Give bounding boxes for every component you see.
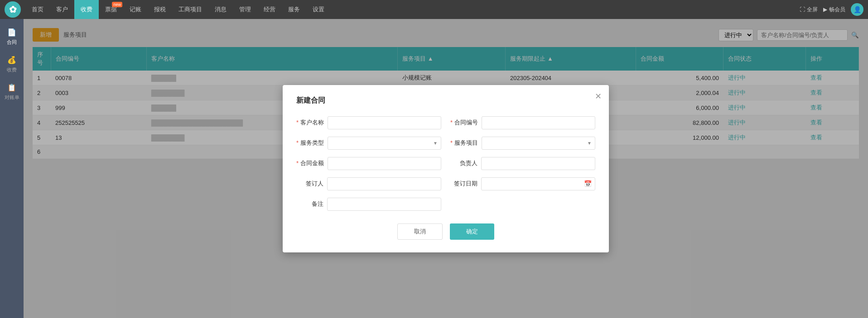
nav-items: 首页 客户 收费 票据 new 记账 报税 工商项目 消息 管理 经营 服务 设… xyxy=(25,0,800,19)
contract-no-input[interactable] xyxy=(482,116,595,129)
vip-button[interactable]: ▶ 畅会员 xyxy=(823,6,845,14)
avatar[interactable]: 👤 xyxy=(851,3,863,16)
main-layout: 📄 合同 💰 收费 📋 对账单 新增 服务项目 进行中 已完成 已终止 xyxy=(0,19,868,318)
nav-customer[interactable]: 客户 xyxy=(50,0,74,19)
nav-service[interactable]: 服务 xyxy=(282,0,306,19)
nav-management[interactable]: 管理 xyxy=(233,0,257,19)
form-group-contract-no: 合同编号 xyxy=(450,116,595,129)
modal-overlay: 新建合同 ✕ 客户名称 合同编号 服务类型 xyxy=(24,19,868,318)
form-group-service-item: 服务项目 xyxy=(450,137,595,150)
confirm-button[interactable]: 确定 xyxy=(450,223,494,240)
form-row-2: 服务类型 服务项目 xyxy=(296,137,595,150)
service-item-wrapper xyxy=(482,137,595,150)
new-badge: new xyxy=(112,2,122,7)
signer-label: 签订人 xyxy=(296,180,323,188)
form-group-customer: 客户名称 xyxy=(296,116,441,129)
new-contract-modal: 新建合同 ✕ 客户名称 合同编号 服务类型 xyxy=(283,85,609,252)
form-group-notes: 备注 xyxy=(296,198,441,211)
sign-date-wrapper: 2023-06-06 📅 xyxy=(481,177,595,190)
notes-input[interactable] xyxy=(327,198,441,211)
billing-icon: 💰 xyxy=(7,55,17,65)
service-type-wrapper xyxy=(328,137,441,150)
form-row-3: 合同金额 0.00 负责人 xyxy=(296,157,595,170)
form-group-amount: 合同金额 0.00 xyxy=(296,157,441,170)
service-item-select[interactable] xyxy=(482,137,595,150)
vip-icon: ▶ xyxy=(823,6,827,13)
nav-home[interactable]: 首页 xyxy=(25,0,50,19)
modal-close-button[interactable]: ✕ xyxy=(595,91,602,101)
customer-name-input[interactable] xyxy=(328,116,441,129)
notes-label: 备注 xyxy=(296,200,323,208)
nav-operation[interactable]: 经营 xyxy=(257,0,282,19)
signer-input[interactable] xyxy=(327,177,441,190)
service-item-label: 服务项目 xyxy=(450,139,478,147)
nav-tax[interactable]: 报税 xyxy=(148,0,172,19)
customer-label: 客户名称 xyxy=(296,119,324,127)
form-group-sign-date: 签订日期 2023-06-06 📅 xyxy=(450,177,595,190)
form-row-4: 签订人 签订日期 2023-06-06 📅 xyxy=(296,177,595,190)
sidebar-item-statement[interactable]: 📋 对账单 xyxy=(0,79,24,104)
content-area: 新增 服务项目 进行中 已完成 已终止 🔍 序号 合同编号 客户 xyxy=(24,19,868,318)
top-nav-right: ⛶ 全屏 ▶ 畅会员 👤 xyxy=(800,3,863,16)
sign-date-label: 签订日期 xyxy=(450,180,477,188)
amount-label: 合同金额 xyxy=(296,159,324,167)
logo: ✿ xyxy=(5,1,21,18)
form-row-1: 客户名称 合同编号 xyxy=(296,116,595,129)
fullscreen-button[interactable]: ⛶ 全屏 xyxy=(800,6,818,14)
modal-title: 新建合同 xyxy=(296,96,595,105)
nav-message[interactable]: 消息 xyxy=(208,0,233,19)
responsible-input[interactable] xyxy=(481,157,595,170)
nav-billing[interactable]: 收费 xyxy=(74,0,99,19)
amount-input[interactable]: 0.00 xyxy=(328,157,441,170)
top-nav: ✿ 首页 客户 收费 票据 new 记账 报税 工商项目 消息 管理 经营 服务… xyxy=(0,0,868,19)
responsible-label: 负责人 xyxy=(450,159,477,167)
service-type-select[interactable] xyxy=(328,137,441,150)
fullscreen-icon: ⛶ xyxy=(800,6,805,13)
sign-date-input[interactable]: 2023-06-06 xyxy=(481,177,595,190)
form-group-responsible: 负责人 xyxy=(450,157,595,170)
cancel-button[interactable]: 取消 xyxy=(397,223,443,240)
service-type-label: 服务类型 xyxy=(296,139,324,147)
form-row-5: 备注 xyxy=(296,198,595,211)
form-group-signer: 签订人 xyxy=(296,177,441,190)
contract-no-label: 合同编号 xyxy=(450,119,478,127)
form-group-service-type: 服务类型 xyxy=(296,137,441,150)
nav-invoice[interactable]: 票据 new xyxy=(99,0,123,19)
contract-icon: 📄 xyxy=(7,27,17,37)
statement-icon: 📋 xyxy=(7,82,17,92)
sidebar: 📄 合同 💰 收费 📋 对账单 xyxy=(0,19,24,318)
nav-settings[interactable]: 设置 xyxy=(306,0,331,19)
sidebar-item-contract[interactable]: 📄 合同 xyxy=(0,24,24,49)
nav-bookkeeping[interactable]: 记账 xyxy=(123,0,148,19)
sidebar-item-billing[interactable]: 💰 收费 xyxy=(0,51,24,77)
nav-business[interactable]: 工商项目 xyxy=(172,0,208,19)
modal-footer: 取消 确定 xyxy=(296,223,595,240)
